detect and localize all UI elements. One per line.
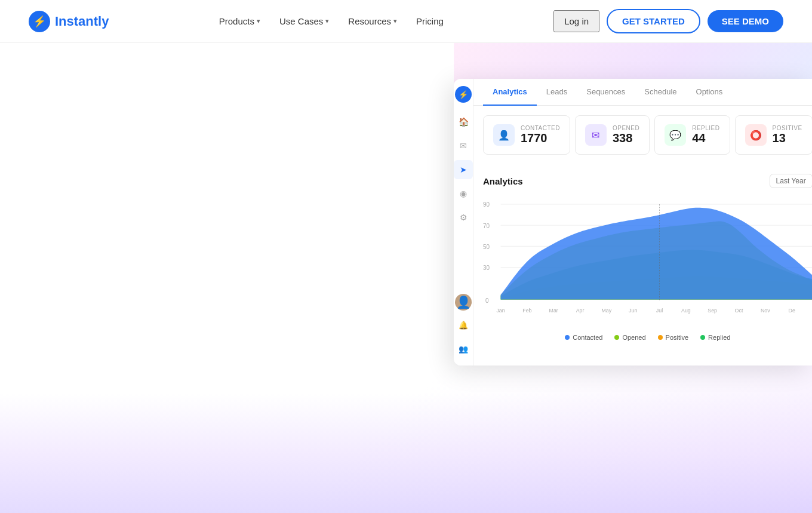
- login-button[interactable]: Log in: [553, 10, 599, 32]
- see-demo-button[interactable]: SEE DEMO: [708, 10, 783, 32]
- tab-options[interactable]: Options: [687, 79, 733, 106]
- analytics-panel: Analytics Last Year 9: [473, 164, 812, 355]
- svg-text:50: 50: [483, 243, 490, 250]
- contacted-value: 1770: [521, 131, 560, 145]
- nav-item-products[interactable]: Products ▾: [219, 16, 260, 26]
- sidebar-item-home[interactable]: 🏠: [454, 112, 473, 131]
- stat-positive: ⭕ POSITIVE 13: [735, 115, 812, 155]
- svg-text:Feb: Feb: [522, 307, 531, 314]
- svg-text:Apr: Apr: [576, 307, 585, 314]
- app-preview: ⚡ 🏠 ✉ ➤ ◉ ⚙ 👤 🔔 👥 Analyt: [454, 43, 812, 513]
- stat-contacted: 👤 CONTACTED 1770: [483, 115, 570, 155]
- nav-item-resources[interactable]: Resources ▾: [348, 16, 397, 26]
- stat-replied: 💬 REPLIED 44: [654, 115, 730, 155]
- analytics-title: Analytics: [483, 176, 523, 186]
- nav-item-pricing[interactable]: Pricing: [416, 16, 444, 26]
- chevron-down-icon: ▾: [393, 17, 397, 25]
- main-content: ⚡ 🏠 ✉ ➤ ◉ ⚙ 👤 🔔 👥 Analyt: [0, 43, 812, 513]
- tab-leads[interactable]: Leads: [537, 79, 577, 106]
- stat-positive-info: POSITIVE 13: [773, 125, 802, 145]
- stat-opened: ✉ OPENED 338: [575, 115, 650, 155]
- nav-links: Products ▾ Use Cases ▾ Resources ▾ Prici…: [219, 16, 444, 26]
- tab-analytics[interactable]: Analytics: [483, 79, 537, 106]
- sidebar-item-analytics[interactable]: ◉: [454, 184, 473, 203]
- sidebar-item-team[interactable]: 👥: [454, 339, 473, 358]
- sidebar-item-campaigns[interactable]: ➤: [454, 160, 473, 179]
- tab-sequences[interactable]: Sequences: [577, 79, 635, 106]
- chevron-down-icon: ▾: [325, 17, 329, 25]
- svg-text:70: 70: [483, 222, 490, 229]
- svg-text:90: 90: [483, 201, 490, 208]
- svg-text:Jul: Jul: [656, 307, 663, 314]
- analytics-header: Analytics Last Year: [483, 174, 812, 188]
- replied-dot: [700, 335, 705, 340]
- opened-value: 338: [613, 131, 639, 145]
- sidebar-item-notifications[interactable]: 🔔: [454, 315, 473, 334]
- legend-contacted: Contacted: [565, 334, 602, 341]
- svg-text:Mar: Mar: [549, 307, 558, 314]
- stats-row: 👤 CONTACTED 1770 ✉ OPENED 338: [473, 106, 812, 164]
- svg-text:Aug: Aug: [681, 307, 691, 314]
- contacted-dot: [565, 335, 570, 340]
- svg-text:De: De: [789, 307, 795, 314]
- positive-label: POSITIVE: [773, 125, 802, 131]
- svg-text:Oct: Oct: [735, 307, 743, 314]
- svg-text:Jan: Jan: [496, 307, 505, 314]
- replied-value: 44: [692, 131, 719, 145]
- stat-replied-info: REPLIED 44: [692, 125, 719, 145]
- bolt-icon: ⚡: [33, 15, 46, 28]
- opened-icon: ✉: [585, 124, 607, 146]
- legend-opened: Opened: [614, 334, 645, 341]
- svg-text:30: 30: [483, 265, 490, 272]
- user-avatar[interactable]: 👤: [455, 294, 472, 311]
- legend-positive: Positive: [658, 334, 689, 341]
- nav-actions: Log in GET STARTED SEE DEMO: [553, 9, 783, 33]
- stat-contacted-info: CONTACTED 1770: [521, 125, 560, 145]
- chart-container: 90 70 50 30 0: [483, 198, 812, 329]
- opened-label: OPENED: [613, 125, 639, 131]
- app-window: ⚡ 🏠 ✉ ➤ ◉ ⚙ 👤 🔔 👥 Analyt: [454, 79, 812, 365]
- svg-text:May: May: [602, 307, 612, 314]
- app-tabs: Analytics Leads Sequences Schedule Optio…: [473, 79, 812, 106]
- contacted-label: CONTACTED: [521, 125, 560, 131]
- left-side: [0, 43, 454, 513]
- bolt-icon-sidebar: ⚡: [459, 90, 468, 99]
- opened-dot: [614, 335, 619, 340]
- positive-dot: [658, 335, 663, 340]
- nav-item-use-cases[interactable]: Use Cases ▾: [279, 16, 329, 26]
- svg-text:0: 0: [485, 297, 489, 305]
- get-started-button[interactable]: GET STARTED: [607, 9, 700, 33]
- app-sidebar: ⚡ 🏠 ✉ ➤ ◉ ⚙ 👤 🔔 👥: [454, 79, 473, 365]
- replied-icon: 💬: [665, 124, 686, 146]
- logo[interactable]: ⚡ Instantly: [29, 11, 109, 32]
- chart-legend: Contacted Opened Positive Replied: [483, 329, 812, 346]
- svg-text:Nov: Nov: [761, 307, 770, 314]
- tab-schedule[interactable]: Schedule: [635, 79, 686, 106]
- analytics-filter-button[interactable]: Last Year: [770, 174, 812, 188]
- navbar: ⚡ Instantly Products ▾ Use Cases ▾ Resou…: [0, 0, 812, 43]
- logo-icon: ⚡: [29, 11, 50, 32]
- positive-icon: ⭕: [745, 124, 767, 146]
- positive-value: 13: [773, 131, 802, 145]
- logo-text: Instantly: [55, 14, 109, 29]
- legend-replied: Replied: [700, 334, 730, 341]
- app-main-content: Analytics Leads Sequences Schedule Optio…: [473, 79, 812, 365]
- sidebar-item-settings[interactable]: ⚙: [454, 208, 473, 227]
- sidebar-bottom: 👤 🔔 👥: [454, 294, 473, 358]
- svg-text:Jun: Jun: [629, 307, 637, 314]
- contacted-icon: 👤: [493, 124, 515, 146]
- sidebar-item-mail[interactable]: ✉: [454, 136, 473, 155]
- replied-label: REPLIED: [692, 125, 719, 131]
- svg-text:Sep: Sep: [708, 307, 717, 314]
- chevron-down-icon: ▾: [257, 17, 260, 25]
- sidebar-logo-icon: ⚡: [455, 86, 472, 103]
- stat-opened-info: OPENED 338: [613, 125, 639, 145]
- analytics-chart: 90 70 50 30 0: [483, 198, 812, 329]
